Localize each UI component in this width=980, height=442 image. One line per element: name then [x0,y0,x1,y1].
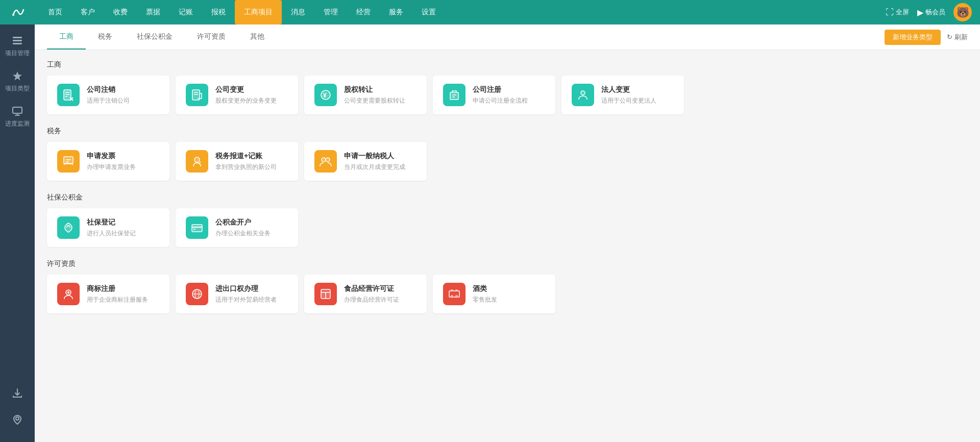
nav-item-客户[interactable]: 客户 [71,0,104,24]
nav-item-报税[interactable]: 报税 [202,0,235,24]
sidebar-item-download[interactable] [0,381,35,407]
card-食品经营许可证[interactable]: 食品经营许可证办理食品经营许可证 [304,275,427,313]
card-公司注销[interactable]: 公司注销适用于注销公司 [47,76,169,114]
svg-rect-2 [13,40,22,41]
svg-rect-1 [13,37,22,38]
section-title: 工商 [47,60,968,69]
card-icon [443,283,465,305]
cards-grid: 申请发票办理申请发票业务税务报道+记账拿到营业执照的新公司申请一般纳税人当月或次… [47,142,968,181]
card-酒类[interactable]: 酒类零售批发 [433,275,555,313]
card-icon [57,216,80,239]
refresh-icon: ↻ [947,33,952,41]
monitor-icon [11,105,23,117]
card-title: 税务报道+记账 [215,152,277,161]
card-title: 商标注册 [87,284,148,293]
tab-社保公积金[interactable]: 社保公积金 [125,24,185,50]
nav-item-消息[interactable]: 消息 [282,0,314,24]
refresh-button[interactable]: ↻ 刷新 [947,33,968,42]
card-税务报道+记账[interactable]: 税务报道+记账拿到营业执照的新公司 [176,142,298,181]
svg-rect-34 [193,229,195,230]
sidebar-bottom [0,381,35,442]
main-content: 工商税务社保公积金许可资质其他 新增业务类型 ↻ 刷新 工商公司注销适用于注销公… [35,24,980,442]
card-社保登记[interactable]: 社保登记进行人员社保登记 [47,208,169,247]
star-icon [11,70,23,82]
vip-button[interactable]: ▶ 畅会员 [917,8,945,17]
content-area: 工商公司注销适用于注销公司公司变更股权变更外的业务变更¥股权转让公司变更需要股权… [35,50,980,442]
tab-工商[interactable]: 工商 [47,24,86,50]
tab-其他[interactable]: 其他 [238,24,277,50]
svg-rect-25 [64,157,73,164]
section-社保公积金: 社保公积金社保登记进行人员社保登记公积金开户办理公积金相关业务 [47,193,968,247]
card-公司变更[interactable]: 公司变更股权变更外的业务变更 [176,76,298,114]
card-title: 公积金开户 [215,218,271,227]
location-icon [11,413,23,426]
nav-item-经营[interactable]: 经营 [347,0,380,24]
sidebar-item-progress-monitor[interactable]: 进度监测 [0,99,35,134]
card-公司注册[interactable]: 公司注册申请公司注册全流程 [433,76,555,114]
sidebar-item-label: 项目管理 [5,49,30,58]
card-icon [314,283,337,305]
tab-税务[interactable]: 税务 [86,24,125,50]
nav-item-管理[interactable]: 管理 [314,0,347,24]
nav-item-记账[interactable]: 记账 [169,0,202,24]
nav-item-首页[interactable]: 首页 [39,0,71,24]
section-工商: 工商公司注销适用于注销公司公司变更股权变更外的业务变更¥股权转让公司变更需要股权… [47,60,968,114]
card-desc: 用于企业商标注册服务 [87,296,148,304]
card-desc: 适用于注销公司 [87,96,130,105]
svg-rect-9 [64,90,71,100]
card-icon [186,84,208,106]
card-desc: 股权变更外的业务变更 [215,96,277,105]
card-股权转让[interactable]: ¥股权转让公司变更需要股权转让 [304,76,427,114]
nav-item-设置[interactable]: 设置 [412,0,445,24]
new-type-button[interactable]: 新增业务类型 [885,30,941,45]
card-title: 公司变更 [215,85,277,94]
card-申请一般纳税人[interactable]: 申请一般纳税人当月或次月成变更完成 [304,142,427,181]
sidebar-item-label: 进度监测 [5,119,30,128]
card-icon [186,150,208,173]
card-进出口权办理[interactable]: 进出口权办理适用于对外贸易经营者 [176,275,298,313]
cards-grid: 商标注册用于企业商标注册服务进出口权办理适用于对外贸易经营者食品经营许可证办理食… [47,275,968,313]
fullscreen-button[interactable]: ⛶ 全屏 [886,8,909,17]
tab-许可资质[interactable]: 许可资质 [185,24,238,50]
svg-point-8 [16,417,19,420]
card-法人变更[interactable]: 法人变更适用于公司变更法人 [561,76,684,114]
svg-point-28 [194,157,200,162]
card-公积金开户[interactable]: 公积金开户办理公积金相关业务 [176,208,298,247]
nav-item-收费[interactable]: 收费 [104,0,137,24]
svg-marker-4 [13,71,22,81]
card-desc: 零售批发 [473,296,497,304]
nav-items: 首页客户收费票据记账报税工商项目消息管理经营服务设置 [39,0,886,24]
card-商标注册[interactable]: 商标注册用于企业商标注册服务 [47,275,169,313]
card-desc: 办理食品经营许可证 [344,296,399,304]
card-title: 酒类 [473,284,497,293]
cards-grid: 社保登记进行人员社保登记公积金开户办理公积金相关业务 [47,208,968,247]
card-title: 申请一般纳税人 [344,152,405,161]
download-icon [11,387,23,399]
section-许可资质: 许可资质商标注册用于企业商标注册服务进出口权办理适用于对外贸易经营者食品经营许可… [47,259,968,313]
card-icon [186,216,208,239]
nav-item-工商项目[interactable]: 工商项目 [235,0,282,24]
card-申请发票[interactable]: 申请发票办理申请发票业务 [47,142,169,181]
sidebar-item-location[interactable] [0,407,35,434]
nav-item-票据[interactable]: 票据 [137,0,169,24]
card-desc: 进行人员社保登记 [87,229,136,238]
sidebar-item-project-management[interactable]: 项目管理 [0,29,35,64]
svg-rect-47 [449,291,459,297]
nav-item-服务[interactable]: 服务 [380,0,412,24]
tabs: 工商税务社保公积金许可资质其他 [47,24,277,50]
svg-point-24 [581,91,585,95]
card-icon [57,84,80,106]
svg-rect-32 [192,225,202,232]
card-icon [57,150,80,173]
card-desc: 公司变更需要股权转让 [344,96,405,105]
svg-point-30 [322,158,326,162]
card-desc: 当月或次月成变更完成 [344,163,405,171]
card-title: 申请发票 [87,152,136,161]
card-title: 社保登记 [87,218,136,227]
sidebar-item-project-type[interactable]: 项目类型 [0,64,35,99]
sidebar: 项目管理 项目类型 进度监测 [0,24,35,442]
top-navigation: 首页客户收费票据记账报税工商项目消息管理经营服务设置 ⛶ 全屏 ▶ 畅会员 🐻 [0,0,980,24]
avatar[interactable]: 🐻 [953,3,972,21]
svg-point-31 [326,158,330,162]
cards-grid: 公司注销适用于注销公司公司变更股权变更外的业务变更¥股权转让公司变更需要股权转让… [47,76,968,114]
